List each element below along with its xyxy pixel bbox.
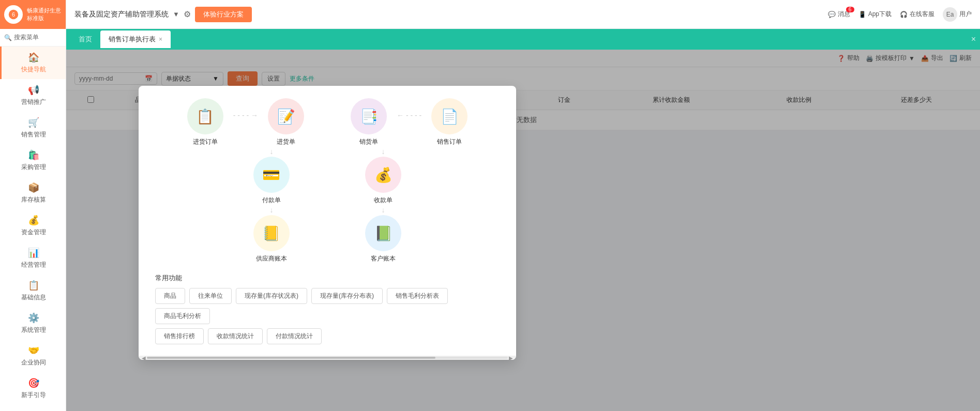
modal-box: 📋 进货订单 - - - - → 📝 进货单 [139, 86, 516, 360]
supplier-ledger-icon: 📒 [253, 215, 290, 251]
func-btn-stock-status[interactable]: 现存量(库存状况表) [236, 288, 307, 304]
receipt-icon: 💰 [365, 157, 401, 193]
message-icon: 💬 [828, 11, 836, 18]
finance-icon: 💰 [28, 215, 39, 226]
common-funcs-title: 常用功能 [155, 273, 500, 283]
modal-overlay[interactable]: 📋 进货订单 - - - - → 📝 进货单 [66, 50, 980, 411]
scrollbar-right-btn[interactable]: ▶ [508, 355, 514, 360]
purchase-order-label: 进货订单 [193, 138, 218, 146]
arrow-v1: ↓ [269, 146, 273, 157]
arrow-v2: ↓ [269, 205, 273, 215]
arrow-h1: - - - - → [233, 111, 258, 134]
enterprise-icon: 🤝 [28, 345, 39, 356]
payment-label: 付款单 [262, 196, 281, 205]
sales-bill-icon: 📑 [351, 98, 387, 134]
purchase-bill-icon: 📝 [268, 98, 304, 134]
func-buttons-row1: 商品 往来单位 现存量(库存状况表) 现存量(库存分布表) 销售毛利分析表 商品… [155, 288, 500, 324]
sidebar-item-sales[interactable]: 🛒 销售管理 [0, 112, 66, 144]
sidebar-item-operations[interactable]: 📊 经营管理 [0, 242, 66, 275]
sidebar-item-enterprise[interactable]: 🤝 企业协同 [0, 340, 66, 372]
sidebar: 6 畅康通好生意 标准版 🔍 搜索菜单 🏠 快捷导航 📢 营销推广 🛒 销售管理 [0, 0, 66, 411]
purchase-icon: 🛍️ [28, 149, 39, 161]
func-btn-sales-rank[interactable]: 销售排行榜 [155, 328, 204, 344]
message-badge: 6 [846, 7, 854, 12]
sidebar-item-marketing[interactable]: 📢 营销推广 [0, 79, 66, 112]
system-title: 装备及固定资产辅助管理系统 [74, 10, 169, 19]
modal-content: 📋 进货订单 - - - - → 📝 进货单 [139, 86, 516, 356]
experience-btn[interactable]: 体验行业方案 [195, 7, 252, 22]
close-all-tabs-btn[interactable]: × [971, 35, 976, 44]
arrow-v3: ↓ [382, 146, 385, 157]
topbar: 装备及固定资产辅助管理系统 ▼ ⚙ 体验行业方案 💬 消息 6 📱 App下载 … [66, 0, 980, 29]
logo-text: 畅康通好生意 标准版 [27, 7, 61, 23]
download-icon: 📱 [858, 11, 866, 18]
func-btn-product[interactable]: 商品 [155, 288, 185, 304]
tab-home[interactable]: 首页 [70, 31, 100, 48]
purchase-bill-label: 进货单 [277, 138, 295, 146]
quick-nav-icon: 🏠 [28, 52, 39, 63]
user-action[interactable]: Ea 用户 [943, 7, 972, 22]
sidebar-item-quick-nav[interactable]: 🏠 快捷导航 [0, 47, 66, 79]
flow-node-customer-ledger: 📗 客户账本 [357, 215, 409, 263]
tab-close-icon[interactable]: × [159, 36, 162, 43]
sidebar-logo: 6 畅康通好生意 标准版 [0, 0, 66, 29]
tab-sales-order-exec[interactable]: 销售订单执行表 × [100, 31, 171, 48]
common-funcs-section: 常用功能 商品 往来单位 现存量(库存状况表) 现存量(库存分布表) 销售毛利分… [155, 273, 500, 344]
func-btn-receipt-stats[interactable]: 收款情况统计 [208, 328, 263, 344]
scrollbar-track [147, 357, 508, 359]
flow-node-sales-bill: 📑 销货单 [343, 98, 395, 146]
search-icon: 🔍 [4, 34, 12, 41]
supplier-ledger-label: 供应商账本 [256, 254, 287, 263]
func-btn-stock-dist[interactable]: 现存量(库存分布表) [311, 288, 383, 304]
flow-node-receipt: 💰 收款单 [357, 157, 409, 205]
tabbar: 首页 销售订单执行表 × × [66, 29, 980, 50]
func-btn-product-profit[interactable]: 商品毛利分析 [155, 308, 210, 324]
svg-text:6: 6 [12, 11, 15, 18]
sidebar-item-newbie[interactable]: 🎯 新手引导 [0, 372, 66, 405]
dropdown-arrow-icon[interactable]: ▼ [173, 10, 179, 18]
func-btn-payment-stats[interactable]: 付款情况统计 [267, 328, 322, 344]
scrollbar-left-btn[interactable]: ◀ [141, 355, 147, 360]
main-area: 装备及固定资产辅助管理系统 ▼ ⚙ 体验行业方案 💬 消息 6 📱 App下载 … [66, 0, 980, 411]
flow-node-purchase-order: 📋 进货订单 [179, 98, 231, 146]
receipt-label: 收款单 [374, 196, 393, 205]
operations-icon: 📊 [28, 247, 39, 258]
system-icon: ⚙️ [28, 312, 39, 324]
arrow-h2: ← - - - - [397, 111, 421, 134]
marketing-icon: 📢 [28, 84, 39, 96]
sidebar-item-basic-info[interactable]: 📋 基础信息 [0, 275, 66, 307]
flow-node-payment: 💳 付款单 [246, 157, 297, 205]
customer-ledger-icon: 📗 [365, 215, 401, 251]
inventory-icon: 📦 [28, 182, 39, 193]
customer-ledger-label: 客户账本 [371, 254, 396, 263]
sidebar-nav: 🏠 快捷导航 📢 营销推广 🛒 销售管理 🛍️ 采购管理 📦 库存核算 💰 [0, 47, 66, 411]
sidebar-item-system[interactable]: ⚙️ 系统管理 [0, 307, 66, 340]
sidebar-search[interactable]: 🔍 搜索菜单 [0, 29, 66, 47]
func-btn-sales-profit[interactable]: 销售毛利分析表 [387, 288, 448, 304]
sidebar-item-purchase[interactable]: 🛍️ 采购管理 [0, 144, 66, 177]
online-service-action[interactable]: 🎧 在线客服 [900, 10, 934, 19]
func-buttons-row2: 销售排行榜 收款情况统计 付款情况统计 [155, 328, 500, 344]
func-btn-partners[interactable]: 往来单位 [189, 288, 232, 304]
service-icon: 🎧 [900, 11, 908, 18]
basic-info-icon: 📋 [28, 280, 39, 291]
message-action[interactable]: 💬 消息 6 [828, 10, 850, 19]
sidebar-item-inventory[interactable]: 📦 库存核算 [0, 177, 66, 209]
purchase-order-icon: 📋 [187, 98, 223, 134]
avatar: Ea [943, 7, 957, 22]
logo-icon: 6 [4, 5, 23, 24]
sales-bill-label: 销货单 [359, 138, 378, 146]
payment-icon: 💳 [253, 157, 290, 193]
sidebar-item-finance[interactable]: 💰 资金管理 [0, 209, 66, 242]
newbie-icon: 🎯 [28, 377, 39, 389]
app-download-action[interactable]: 📱 App下载 [858, 10, 892, 19]
modal-scrollbar[interactable]: ◀ ▶ [139, 356, 516, 360]
sales-icon: 🛒 [28, 117, 39, 128]
flow-node-sales-order: 📄 销售订单 [424, 98, 475, 146]
flow-node-supplier-ledger: 📒 供应商账本 [246, 215, 297, 263]
sales-order-label: 销售订单 [437, 138, 462, 146]
scrollbar-thumb [147, 357, 435, 359]
sales-order-icon: 📄 [431, 98, 468, 134]
settings-icon[interactable]: ⚙ [184, 9, 191, 19]
content-area: ❓ 帮助 🖨️ 按模板打印 ▼ 📤 导出 🔄 刷新 [66, 50, 980, 411]
